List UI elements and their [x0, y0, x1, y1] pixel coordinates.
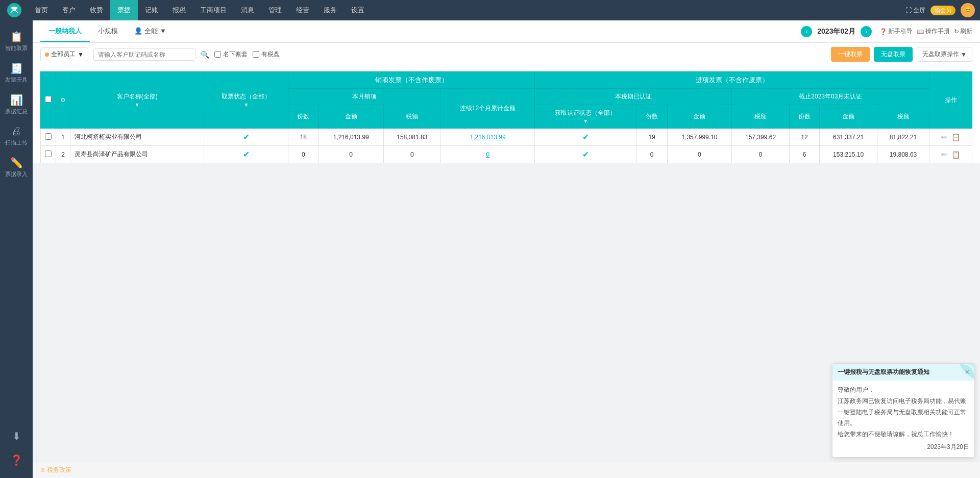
row-edit-icon-1[interactable]: ✏ [941, 150, 947, 159]
nav-tax[interactable]: 报税 [165, 0, 193, 20]
employee-select[interactable]: 全部员工 ▼ [40, 47, 88, 61]
th-certify-status: 获取认证状态（全部） ▼ [535, 105, 637, 129]
nav-home[interactable]: 首页 [28, 0, 55, 20]
certify-filter-icon[interactable]: ▼ [583, 118, 588, 124]
row-period-count-0: 19 [636, 129, 667, 146]
row-period-count-1: 0 [636, 146, 667, 163]
fullscreen-btn[interactable]: ⛶ 全屏 [905, 6, 925, 15]
row-copy-icon-0[interactable]: 📋 [951, 133, 960, 141]
sidebar-item-issue[interactable]: 🧾 发票开具 [0, 57, 33, 89]
th-settings[interactable]: ⚙ [56, 72, 70, 129]
invoice-table-wrap: ⚙ 客户名称(全部) ▼ 取票状态（全部） ▼ 销项发票（不含作废票） 进项发票… [33, 66, 980, 163]
row-certify-status-1: ✔ [535, 146, 637, 163]
row-checkbox-0[interactable] [45, 133, 52, 140]
nav-customer[interactable]: 客户 [55, 0, 83, 20]
row-checkbox-cell[interactable] [41, 129, 56, 146]
customer-filter-icon[interactable]: ▼ [135, 102, 140, 108]
nav-income[interactable]: 收费 [83, 0, 110, 20]
th-uncert-count: 份数 [789, 105, 820, 129]
th-period-certified: 本税期已认证 [535, 89, 732, 105]
period-text: 2023年02月 [817, 27, 855, 36]
notif-greeting: 尊敬的用户： [838, 385, 969, 396]
tax-policy-link[interactable]: ⊙ 税务政策 [40, 466, 71, 474]
smart-fetch-icon: 📋 [10, 31, 23, 43]
sidebar-item-upload[interactable]: 🖨 扫描上传 [0, 120, 33, 152]
row-uncert-tax-0: 81,822.21 [877, 129, 929, 146]
nav-service[interactable]: 服务 [316, 0, 344, 20]
vip-button[interactable]: 畅会员 [930, 6, 955, 15]
row-cumulative-0[interactable]: 1,216,013.99 [440, 129, 534, 146]
row-actions-0: ✏ 📋 [929, 129, 972, 146]
summary-icon: 📊 [10, 94, 23, 106]
row-uncert-tax-1: 19,808.63 [877, 146, 929, 163]
row-checkbox-cell[interactable] [41, 146, 56, 163]
nav-business[interactable]: 工商项目 [193, 0, 234, 20]
th-period-amount: 金额 [667, 105, 732, 129]
fetch-ticket-btn[interactable]: 一键取票 [831, 47, 870, 62]
sidebar: 📋 智能取票 🧾 发票开具 📊 票据汇总 🖨 扫描上传 ✏️ 票据录入 ⬇ ❓ [0, 20, 33, 478]
th-checkbox[interactable] [41, 72, 56, 129]
row-month-amount-0: 1,216,013.99 [318, 129, 383, 146]
sidebar-item-help[interactable]: ❓ [0, 449, 33, 473]
row-certify-status-0: ✔ [535, 129, 637, 146]
notif-body: 尊敬的用户： 江苏政务网已恢复访问电子税务局功能，易代账一键登陆电子税务局与无盘… [832, 381, 974, 457]
sidebar-item-summary[interactable]: 📊 票据汇总 [0, 89, 33, 120]
taxdisk-checkbox-label[interactable]: 有税盘 [253, 50, 280, 59]
th-ops: 操作 [929, 72, 972, 129]
tab-bar: 一般纳税人 小规模 👤 全能 ▼ ‹ 2023年02月 › ❓ 新手引导 📖 操… [33, 20, 980, 43]
select-all-checkbox[interactable] [45, 96, 52, 103]
th-uncert-tax: 税额 [877, 105, 929, 129]
row-copy-icon-1[interactable]: 📋 [951, 150, 960, 159]
search-button[interactable]: 🔍 [201, 51, 209, 59]
search-input[interactable] [93, 48, 195, 61]
nav-settings[interactable]: 设置 [344, 0, 372, 20]
row-edit-icon-0[interactable]: ✏ [941, 133, 947, 141]
refresh-btn[interactable]: ↻ 刷新 [954, 27, 972, 36]
no-disk-fetch-btn[interactable]: 无盘取票 [874, 47, 913, 62]
notif-date: 2023年3月20日 [838, 442, 969, 453]
tab-small[interactable]: 小规模 [90, 21, 126, 42]
sidebar-item-smart-fetch[interactable]: 📋 智能取票 [0, 26, 33, 57]
nav-message[interactable]: 消息 [234, 0, 261, 20]
nav-operation[interactable]: 经营 [289, 0, 316, 20]
nav-manage[interactable]: 管理 [261, 0, 289, 20]
employee-dropdown-icon: ▼ [78, 51, 84, 58]
row-checkbox-1[interactable] [45, 150, 52, 157]
row-customer-1: 灵寿县尚泽矿产品有限公司 [70, 146, 204, 163]
row-cumulative-1[interactable]: 0 [440, 146, 534, 163]
notif-close-btn[interactable]: × [965, 368, 969, 376]
taxdisk-checkbox[interactable] [253, 51, 259, 58]
tab-general[interactable]: 一般纳税人 [40, 21, 90, 42]
row-period-amount-1: 0 [667, 146, 732, 163]
no-disk-ops-btn[interactable]: 无盘取票操作 ▼ [917, 47, 972, 62]
row-uncert-count-0: 12 [789, 129, 820, 146]
period-next-btn[interactable]: › [861, 26, 872, 37]
sidebar-item-download[interactable]: ⬇ [0, 425, 33, 449]
notification-panel: 一键报税与无盘取票功能恢复通知 × 尊敬的用户： 江苏政务网已恢复访问电子税务局… [832, 363, 975, 458]
sidebar-bottom: ⬇ ❓ [0, 425, 33, 478]
notif-content: 江苏政务网已恢复访问电子税务局功能，易代账一键登陆电子税务局与无盘取票相关功能可… [838, 396, 969, 429]
nav-items: 首页 客户 收费 票据 记账 报税 工商项目 消息 管理 经营 服务 设置 [28, 0, 905, 20]
top-nav: 首页 客户 收费 票据 记账 报税 工商项目 消息 管理 经营 服务 设置 ⛶ … [0, 0, 980, 20]
refresh-icon: ↻ [954, 28, 959, 35]
row-period-tax-0: 157,399.62 [732, 129, 789, 146]
issue-icon: 🧾 [10, 62, 23, 74]
entry-icon: ✏️ [10, 157, 23, 169]
account-checkbox[interactable] [214, 51, 221, 58]
tab-all[interactable]: 👤 全能 ▼ [126, 21, 175, 42]
th-month-sales: 本月销项 [288, 89, 441, 105]
period-prev-btn[interactable]: ‹ [801, 26, 812, 37]
fetch-status-filter-icon[interactable]: ▼ [243, 102, 249, 108]
row-uncert-count-1: 6 [789, 146, 820, 163]
avatar[interactable]: 😊 [961, 3, 975, 17]
nav-bookkeeping[interactable]: 记账 [138, 0, 165, 20]
notif-apology: 给您带来的不便敬请谅解，祝总工作愉快！ [838, 429, 969, 440]
row-month-count-0: 18 [288, 129, 319, 146]
sidebar-item-entry[interactable]: ✏️ 票据录入 [0, 152, 33, 183]
new-guide-btn[interactable]: ❓ 新手引导 [879, 27, 913, 36]
row-customer-0: 河北柯搭桁实业有限公司 [70, 129, 204, 146]
manual-btn[interactable]: 📖 操作手册 [917, 27, 950, 36]
nav-invoice[interactable]: 票据 [110, 0, 138, 20]
row-num-0: 1 [56, 129, 70, 146]
account-checkbox-label[interactable]: 名下账套 [214, 50, 248, 59]
